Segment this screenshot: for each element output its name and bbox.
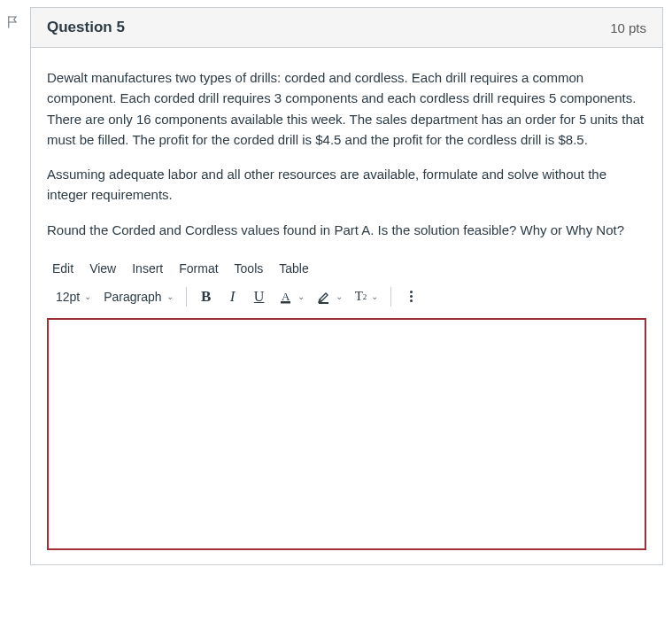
italic-icon: I [230,288,236,306]
text-color-icon: A [279,289,293,305]
question-paragraph-2: Assuming adequate labor and all other re… [47,164,646,206]
editor-toolbar: 12pt ⌄ Paragraph ⌄ B I [47,283,646,318]
bold-button[interactable]: B [194,284,219,309]
blocktype-label: Paragraph [104,290,161,304]
chevron-down-icon: ⌄ [166,291,174,301]
italic-button[interactable]: I [220,284,245,309]
svg-text:A: A [282,290,290,303]
more-options-button[interactable] [398,284,423,309]
chevron-down-icon: ⌄ [297,291,305,301]
menu-tools[interactable]: Tools [235,261,264,276]
blocktype-dropdown[interactable]: Paragraph ⌄ [98,284,178,309]
highlight-button[interactable]: ⌄ [312,284,348,309]
underline-icon: U [254,289,265,305]
bold-icon: B [201,288,211,306]
fontsize-label: 12pt [56,290,80,304]
question-text: Dewalt manufactures two types of drills:… [47,67,646,240]
flag-icon[interactable] [5,12,21,32]
chevron-down-icon: ⌄ [336,291,343,301]
menu-insert[interactable]: Insert [132,261,163,276]
rich-text-editor: Edit View Insert Format Tools Table 12pt… [47,258,646,550]
toolbar-divider [390,287,391,307]
question-header: Question 5 10 pts [31,8,662,48]
menu-edit[interactable]: Edit [52,261,73,276]
superscript-icon: T2 [355,289,367,304]
toolbar-divider [186,287,187,307]
question-title: Question 5 [47,19,125,36]
underline-button[interactable]: U [247,284,272,309]
menu-table[interactable]: Table [279,261,308,276]
superscript-button[interactable]: T2 ⌄ [350,284,384,309]
question-paragraph-3: Round the Corded and Cordless values fou… [47,220,646,240]
svg-rect-1 [281,301,290,304]
text-color-button[interactable]: A ⌄ [274,284,310,309]
answer-textarea[interactable] [47,318,646,550]
menu-view[interactable]: View [89,261,116,276]
highlight-icon [317,289,331,305]
question-card: Question 5 10 pts Dewalt manufactures tw… [30,7,663,565]
svg-rect-2 [319,302,328,304]
fontsize-dropdown[interactable]: 12pt ⌄ [50,284,97,309]
more-vertical-icon [406,287,416,306]
chevron-down-icon: ⌄ [371,291,378,301]
question-body: Dewalt manufactures two types of drills:… [31,48,662,564]
question-points: 10 pts [610,20,646,35]
editor-menubar: Edit View Insert Format Tools Table [47,258,646,283]
question-paragraph-1: Dewalt manufactures two types of drills:… [47,67,646,150]
menu-format[interactable]: Format [179,261,218,276]
chevron-down-icon: ⌄ [84,291,91,301]
